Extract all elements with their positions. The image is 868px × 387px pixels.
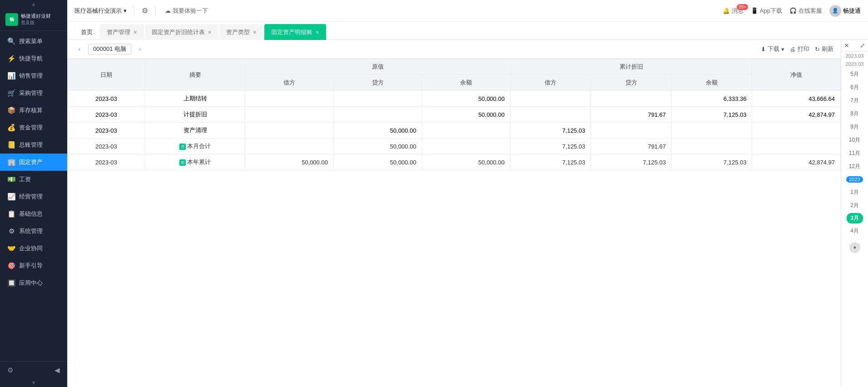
- tab-label-2: 固定资产折旧统计表: [152, 28, 205, 36]
- cell-net-3: [752, 139, 841, 154]
- sidebar-item-新手引导[interactable]: 🎯新手引导: [0, 257, 67, 274]
- cell-dep-balance-4: 7,125.03: [671, 154, 752, 170]
- timeline-month-1月[interactable]: 1月: [847, 186, 863, 199]
- cell-dep-credit-4: 7,125.03: [591, 154, 672, 170]
- timeline-scroll-down-button[interactable]: ▾: [849, 242, 860, 253]
- main-area: 医疗器械行业演示 ▾ ⚙ ☁ 我要体验一下 🔔 消息 99+ 📱 App下载 🎧…: [67, 0, 868, 387]
- sidebar-item-采购管理[interactable]: 🛒采购管理: [0, 84, 67, 102]
- sidebar-item-资金管理[interactable]: 💰资金管理: [0, 119, 67, 136]
- sidebar-icon-3: 🛒: [7, 89, 15, 97]
- headset-icon: 🎧: [789, 7, 797, 14]
- asset-code-tag[interactable]: 000001 电脑: [88, 44, 131, 55]
- divider2: [155, 6, 156, 15]
- col-orig-balance: 余额: [422, 75, 511, 91]
- prev-asset-button[interactable]: ‹: [74, 44, 84, 54]
- cell-date-4: 2023-03: [68, 154, 145, 170]
- divider: [134, 6, 134, 15]
- cell-date-0: 2023-03: [68, 91, 145, 107]
- avatar: 👤: [829, 5, 841, 17]
- tab-close-4[interactable]: ✕: [315, 30, 319, 35]
- sidebar-item-总账管理[interactable]: 📒总账管理: [0, 136, 67, 154]
- notifications-button[interactable]: 🔔 消息 99+: [723, 7, 744, 15]
- cell-orig-balance-0: 50,000.00: [422, 91, 511, 107]
- company-selector[interactable]: 医疗器械行业演示 ▾: [74, 7, 127, 15]
- timeline-month-5月[interactable]: 5月: [847, 68, 862, 81]
- logo-name: 畅捷通好业财: [21, 13, 51, 19]
- timeline-header: ✕ ⤢: [841, 40, 868, 51]
- next-asset-button[interactable]: ›: [135, 44, 145, 54]
- sidebar-label-3: 采购管理: [19, 89, 43, 97]
- sidebar-scroll-down[interactable]: ▼: [0, 379, 67, 387]
- experience-button[interactable]: ☁ 我要体验一下: [165, 7, 208, 15]
- tab-close-3[interactable]: ✕: [253, 30, 257, 35]
- sidebar-item-系统管理[interactable]: ⚙系统管理: [0, 223, 67, 240]
- sidebar-item-库存核算[interactable]: 📦库存核算: [0, 102, 67, 119]
- timeline-month-10月[interactable]: 10月: [847, 134, 862, 147]
- cell-net-0: 43,666.64: [752, 91, 841, 107]
- customer-service-label: 在线客服: [799, 7, 822, 15]
- sidebar: ▲ 畅 畅捷通好业财 普及版 🔍搜索菜单⚡快捷导航📊销售管理🛒采购管理📦库存核算…: [0, 0, 67, 387]
- current-year-badge[interactable]: 2023: [846, 176, 863, 183]
- tab-资产类型[interactable]: 资产类型✕: [219, 24, 263, 40]
- timeline-close-button[interactable]: ✕: [844, 42, 849, 49]
- topbar-right: 🔔 消息 99+ 📱 App下载 🎧 在线客服 👤 畅捷通: [723, 5, 861, 17]
- timeline-month-12月[interactable]: 12月: [847, 160, 862, 173]
- cell-dep-balance-3: [671, 139, 752, 154]
- sidebar-item-工资[interactable]: 💵工资: [0, 171, 67, 188]
- tab-首页[interactable]: 首页: [74, 25, 99, 40]
- sidebar-item-企业协同[interactable]: 🤝企业协同: [0, 240, 67, 257]
- sidebar-item-基础信息[interactable]: 📋基础信息: [0, 205, 67, 223]
- cell-orig-debit-3: [245, 139, 334, 154]
- collapse-icon[interactable]: ◀: [55, 366, 60, 374]
- tab-固定资产明细账[interactable]: 固定资产明细账✕: [264, 24, 326, 40]
- download-button[interactable]: ⬇ 下载 ▾: [761, 45, 784, 53]
- sidebar-nav: 🔍搜索菜单⚡快捷导航📊销售管理🛒采购管理📦库存核算💰资金管理📒总账管理🏢固定资产…: [0, 31, 67, 361]
- sidebar-item-快捷导航[interactable]: ⚡快捷导航: [0, 50, 67, 67]
- timeline-month-9月[interactable]: 9月: [847, 120, 862, 134]
- timeline-month-2月[interactable]: 2月: [847, 199, 863, 212]
- cell-orig-balance-4: 50,000.00: [422, 154, 511, 170]
- cell-orig-balance-2: [422, 123, 511, 139]
- timeline-month-6月[interactable]: 6月: [847, 81, 862, 94]
- user-menu[interactable]: 👤 畅捷通: [829, 5, 861, 17]
- tab-固定资产折旧统计表[interactable]: 固定资产折旧统计表✕: [145, 24, 218, 40]
- timeline-month-3月[interactable]: 3月: [847, 213, 863, 223]
- sidebar-label-7: 固定资产: [19, 158, 43, 166]
- sidebar-item-搜索菜单[interactable]: 🔍搜索菜单: [0, 33, 67, 50]
- cell-orig-balance-1: 50,000.00: [422, 107, 511, 123]
- col-net: 净值: [752, 59, 841, 91]
- col-dep: 累计折旧: [510, 59, 752, 75]
- timeline-months-before: 5月6月7月8月9月10月11月12月: [847, 68, 862, 173]
- tab-资产管理[interactable]: 资产管理✕: [100, 24, 144, 40]
- cell-dep-debit-1: [510, 107, 591, 123]
- sidebar-item-固定资产[interactable]: 🏢固定资产: [0, 154, 67, 171]
- sidebar-label-1: 快捷导航: [19, 55, 43, 63]
- timeline-expand-button[interactable]: ⤢: [860, 42, 865, 49]
- app-download-button[interactable]: 📱 App下载: [751, 7, 782, 15]
- table-row: 2023-03 资产清理 50,000.00 7,125.03: [68, 123, 841, 139]
- sidebar-scroll-up[interactable]: ▲: [0, 0, 67, 8]
- sidebar-item-销售管理[interactable]: 📊销售管理: [0, 67, 67, 84]
- row-icon-3: 月: [179, 144, 186, 150]
- chevron-down-icon2: ▾: [781, 46, 784, 53]
- cell-orig-debit-1: [245, 107, 334, 123]
- timeline-month-7月[interactable]: 7月: [847, 94, 862, 107]
- settings-icon[interactable]: ⚙: [7, 366, 13, 374]
- sidebar-item-经营管理[interactable]: 📈经营管理: [0, 188, 67, 205]
- sidebar-icon-6: 📒: [7, 141, 15, 149]
- customer-service-button[interactable]: 🎧 在线客服: [789, 7, 822, 15]
- timeline-month-4月[interactable]: 4月: [847, 224, 863, 238]
- tab-label-4: 固定资产明细账: [271, 28, 312, 36]
- sidebar-item-应用中心[interactable]: 🔲应用中心: [0, 274, 67, 292]
- tab-close-1[interactable]: ✕: [133, 30, 137, 35]
- timeline-month-11月[interactable]: 11月: [847, 147, 862, 160]
- print-button[interactable]: 🖨 打印: [790, 45, 809, 53]
- timeline-month-8月[interactable]: 8月: [847, 107, 862, 120]
- tab-label-3: 资产类型: [226, 28, 250, 36]
- tab-close-2[interactable]: ✕: [208, 30, 212, 35]
- experience-label: 我要体验一下: [173, 7, 208, 15]
- refresh-button[interactable]: ↻ 刷新: [815, 45, 833, 53]
- settings-gear-icon[interactable]: ⚙: [142, 6, 148, 15]
- cell-date-1: 2023-03: [68, 107, 145, 123]
- row-icon-4: 年: [179, 159, 186, 166]
